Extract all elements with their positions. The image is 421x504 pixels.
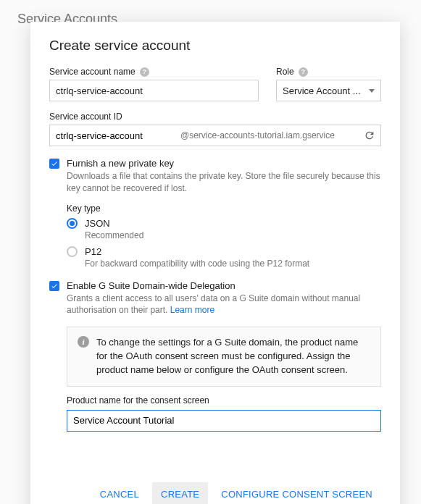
keytype-json-radio[interactable] (67, 218, 78, 229)
name-field: Service account name ? (49, 67, 259, 101)
check-icon (51, 282, 58, 290)
furnish-label: Furnish a new private key (67, 158, 174, 169)
delegation-help: Grants a client access to all users' dat… (67, 293, 381, 317)
keytype-label: Key type (67, 203, 381, 214)
learn-more-link[interactable]: Learn more (170, 305, 214, 315)
consent-label: Product name for the consent screen (67, 395, 381, 406)
role-field: Role ? Service Account ... (276, 67, 381, 101)
create-service-account-dialog: Create service account Service account n… (30, 22, 400, 504)
chevron-down-icon (369, 89, 375, 93)
info-text: To change the settings for a G Suite dom… (96, 336, 370, 377)
role-select[interactable]: Service Account ... (276, 80, 381, 101)
name-input[interactable] (49, 80, 259, 101)
help-icon[interactable]: ? (299, 67, 308, 77)
info-box: i To change the settings for a G Suite d… (67, 327, 381, 387)
name-label: Service account name (49, 67, 136, 77)
keytype-json-label: JSON (85, 218, 110, 229)
role-label: Role (276, 67, 294, 77)
role-value: Service Account ... (283, 85, 361, 96)
delegation-label: Enable G Suite Domain-wide Delegation (67, 280, 235, 291)
furnish-checkbox[interactable] (49, 159, 59, 169)
create-button[interactable]: CREATE (152, 482, 208, 504)
keytype-p12-help: For backward compatibility with code usi… (85, 259, 381, 269)
check-icon (51, 160, 58, 167)
consent-input[interactable] (67, 410, 381, 432)
help-icon[interactable]: ? (140, 67, 149, 77)
configure-consent-button[interactable]: CONFIGURE CONSENT SCREEN (212, 482, 381, 504)
id-input[interactable] (50, 125, 180, 146)
id-field: Service account ID @service-accounts-tut… (49, 112, 381, 146)
delegation-checkbox[interactable] (49, 281, 59, 291)
refresh-button[interactable] (359, 130, 380, 141)
keytype-p12-label: P12 (85, 246, 101, 257)
id-suffix: @service-accounts-tutorial.iam.gservice (180, 130, 359, 140)
furnish-help: Downloads a file that contains the priva… (67, 170, 381, 195)
keytype-p12-radio[interactable] (67, 246, 78, 257)
dialog-title: Create service account (49, 38, 381, 54)
refresh-icon (364, 130, 375, 141)
info-icon: i (78, 336, 89, 348)
id-label: Service account ID (49, 112, 122, 122)
keytype-json-help: Recommended (85, 230, 381, 240)
cancel-button[interactable]: CANCEL (91, 482, 148, 504)
